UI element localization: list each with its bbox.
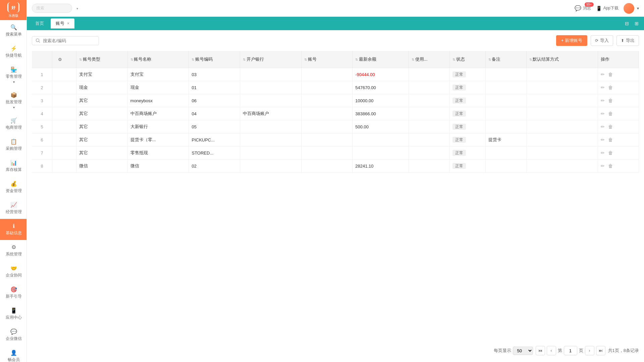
cell-empty: [52, 68, 76, 81]
notification-badge: 99+: [585, 2, 594, 7]
sidebar-item-label: 应用中心: [6, 315, 22, 320]
add-account-button[interactable]: + 新增账号: [556, 35, 587, 46]
edit-icon[interactable]: ✏: [601, 150, 605, 156]
delete-icon[interactable]: 🗑: [608, 85, 613, 90]
total-info: 共1页，8条记录: [608, 348, 639, 354]
sidebar-item-quick-nav[interactable]: ⚡ 快捷导航: [0, 41, 26, 62]
user-info-area[interactable]: ▾: [624, 3, 639, 14]
edit-icon[interactable]: ✏: [601, 85, 605, 90]
sidebar-item-ecommerce[interactable]: 🛒 电商管理: [0, 113, 26, 134]
sidebar-item-operations[interactable]: 📈 经营管理: [0, 198, 26, 219]
delete-icon[interactable]: 🗑: [608, 163, 613, 169]
table-settings-icon[interactable]: ⚙: [55, 54, 65, 64]
sidebar-item-wholesale[interactable]: 📦 批发管理: [0, 88, 26, 113]
col-header-name[interactable]: 账号名称: [127, 51, 189, 68]
import-button[interactable]: ⟳ 导入: [591, 35, 613, 46]
status-badge: 正常: [452, 150, 466, 156]
edit-icon[interactable]: ✏: [601, 111, 605, 116]
cell-bank: [240, 160, 301, 173]
sidebar-item-inventory[interactable]: 📊 库存核算: [0, 156, 26, 177]
cell-action: ✏ 🗑: [598, 120, 639, 133]
first-page-button[interactable]: ⏮: [536, 346, 545, 355]
prev-page-button[interactable]: ‹: [547, 346, 556, 355]
edit-icon[interactable]: ✏: [601, 137, 605, 142]
sidebar-item-member[interactable]: 👤 畅会员: [0, 346, 26, 362]
page-number-input[interactable]: [564, 346, 577, 355]
edit-icon[interactable]: ✏: [601, 124, 605, 129]
col-header-balance[interactable]: 最新余额: [353, 51, 409, 68]
edit-icon[interactable]: ✏: [601, 98, 605, 103]
cell-usage: [409, 160, 449, 173]
col-header-settle[interactable]: 默认结算方式: [526, 51, 598, 68]
user-dropdown-icon[interactable]: ▾: [637, 6, 639, 11]
cell-action: ✏ 🗑: [598, 146, 639, 160]
col-header-account[interactable]: 账号: [301, 51, 352, 68]
cell-num: 3: [32, 94, 52, 107]
col-header-bank[interactable]: 开户银行: [240, 51, 301, 68]
cell-balance: 383866.00: [353, 107, 409, 120]
last-page-button[interactable]: ⏭: [596, 346, 605, 355]
sidebar-item-enterprise[interactable]: 🤝 企业协同: [0, 261, 26, 282]
cell-code: 02: [189, 160, 240, 173]
sidebar-item-search[interactable]: 🔍 搜索菜单: [0, 20, 26, 41]
cell-account: [301, 120, 352, 133]
sidebar-item-finance[interactable]: 💰 资金管理: [0, 177, 26, 198]
cell-code: 06: [189, 94, 240, 107]
sidebar-item-purchase[interactable]: 📋 采购管理: [0, 134, 26, 156]
cell-settle: [526, 160, 598, 173]
enterprise-icon: 🤝: [10, 265, 17, 272]
page-nav: ⏮ ‹ 第 页 › ⏭: [536, 346, 605, 355]
col-header-status[interactable]: 状态: [449, 51, 485, 68]
cell-num: 1: [32, 68, 52, 81]
cell-settle: [526, 68, 598, 81]
finance-icon: 💰: [10, 181, 17, 187]
sidebar-item-app-center[interactable]: 📱 应用中心: [0, 303, 26, 324]
app-download-label: App下载: [603, 5, 619, 11]
tab-close-icon[interactable]: ×: [67, 21, 69, 26]
tab-home[interactable]: 首页: [30, 18, 49, 28]
cell-bank: [240, 120, 301, 133]
sidebar-item-system[interactable]: ⚙ 系统管理: [0, 240, 26, 261]
cell-balance: 500.00: [353, 120, 409, 133]
cell-name: 现金: [127, 81, 189, 94]
cell-remark: [485, 146, 526, 160]
cell-type: 其它: [76, 120, 127, 133]
delete-icon[interactable]: 🗑: [608, 137, 613, 142]
delete-icon[interactable]: 🗑: [608, 150, 613, 156]
tab-fullscreen-button[interactable]: ⊞: [633, 19, 641, 27]
delete-icon[interactable]: 🗑: [608, 98, 613, 103]
col-header-usage[interactable]: 使用...: [409, 51, 449, 68]
cell-status: 正常: [449, 133, 485, 146]
header-dropdown-icon[interactable]: [75, 6, 78, 11]
notification-area[interactable]: 💬 消息 99+: [575, 5, 591, 11]
cell-name: 中百商场账户: [127, 107, 189, 120]
svg-line-3: [39, 42, 40, 43]
next-page-button[interactable]: ›: [585, 346, 594, 355]
sidebar-item-retail[interactable]: 🏪 零售管理: [0, 62, 26, 88]
delete-icon[interactable]: 🗑: [608, 111, 613, 116]
edit-icon[interactable]: ✏: [601, 72, 605, 77]
sidebar-item-wecom[interactable]: 💬 企业微信: [0, 324, 26, 346]
tab-account[interactable]: 账号 ×: [51, 18, 74, 28]
search-input[interactable]: [43, 38, 93, 43]
delete-icon[interactable]: 🗑: [608, 124, 613, 129]
col-header-code[interactable]: 账号编码: [189, 51, 240, 68]
edit-icon[interactable]: ✏: [601, 163, 605, 169]
delete-icon[interactable]: 🗑: [608, 72, 613, 77]
export-button[interactable]: ⬆ 导出: [616, 35, 639, 46]
col-header-remark[interactable]: 备注: [485, 51, 526, 68]
col-header-type[interactable]: 账号类型: [76, 51, 127, 68]
cell-num: 5: [32, 120, 52, 133]
col-header-settings[interactable]: ⚙: [52, 51, 76, 68]
sidebar-item-basic-info[interactable]: ℹ 基础信息: [0, 219, 26, 240]
sidebar-item-guide[interactable]: 🎯 新手引导: [0, 282, 26, 303]
sidebar-menu: 🔍 搜索菜单 ⚡ 快捷导航 🏪 零售管理 📦 批发管理 🛒 电商管理 📋 采购管…: [0, 20, 26, 362]
header: 搜索 💬 消息 99+ 📱 App下载 ▾: [27, 0, 644, 17]
page-size-select[interactable]: 50 20 100: [513, 347, 533, 355]
cell-bank: [240, 94, 301, 107]
search-box[interactable]: [32, 36, 99, 45]
cell-remark: [485, 94, 526, 107]
app-download-button[interactable]: 📱 App下载: [596, 5, 619, 11]
tab-collapse-button[interactable]: ⊟: [623, 19, 631, 27]
page-of-label: 页: [579, 348, 583, 354]
